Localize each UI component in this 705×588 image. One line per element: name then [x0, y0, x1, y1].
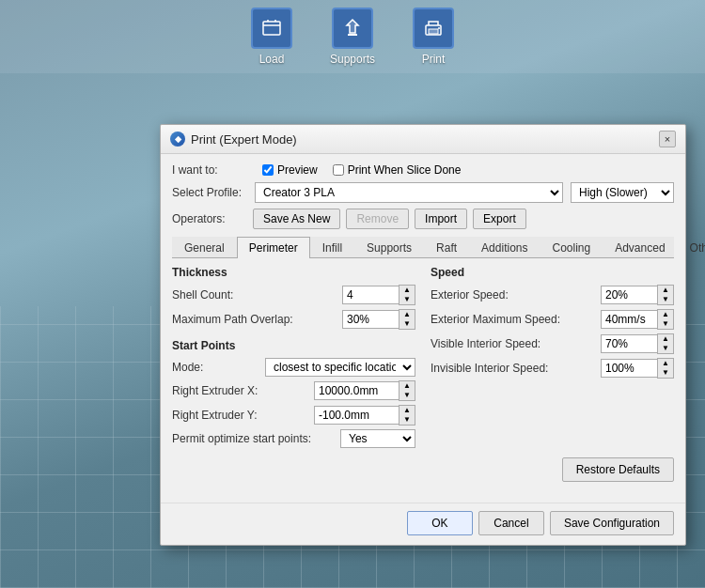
- exterior-max-speed-btns: ▲ ▼: [657, 309, 674, 330]
- quality-select[interactable]: High (Slower): [571, 182, 674, 203]
- max-path-overlap-spinner: ▲ ▼: [342, 309, 415, 330]
- close-button[interactable]: ×: [659, 131, 676, 147]
- visible-interior-input[interactable]: [601, 334, 657, 353]
- tab-supports[interactable]: Supports: [354, 237, 424, 258]
- es-down[interactable]: ▼: [658, 295, 673, 304]
- mode-label: Mode:: [172, 361, 261, 374]
- shell-count-input[interactable]: [342, 286, 399, 304]
- toolbar-load[interactable]: Load: [251, 8, 292, 66]
- shell-count-down[interactable]: ▼: [400, 295, 415, 304]
- save-configuration-button[interactable]: Save Configuration: [550, 511, 674, 535]
- rx-down[interactable]: ▼: [400, 391, 415, 400]
- import-button[interactable]: Import: [415, 209, 467, 229]
- dialog-footer: OK Cancel Save Configuration: [161, 503, 685, 545]
- ok-button[interactable]: OK: [407, 511, 473, 535]
- invisible-interior-row: Invisible Interior Speed: ▲ ▼: [431, 358, 674, 379]
- profile-label: Select Profile:: [172, 186, 247, 199]
- print-when-done-checkbox[interactable]: [333, 164, 344, 176]
- right-extruder-x-row: Right Extruder X: ▲ ▼: [172, 380, 415, 401]
- visible-interior-label: Visible Interior Speed:: [431, 337, 597, 350]
- invisible-interior-input[interactable]: [601, 359, 657, 378]
- tab-general[interactable]: General: [172, 237, 237, 258]
- right-extruder-y-input[interactable]: [314, 406, 399, 425]
- toolbar-print[interactable]: Print: [413, 8, 454, 66]
- permit-optimize-label: Permit optimize start points:: [172, 432, 337, 445]
- remove-button[interactable]: Remove: [346, 209, 409, 229]
- save-as-new-button[interactable]: Save As New: [253, 209, 340, 229]
- shell-count-spinner-btns: ▲ ▼: [399, 285, 415, 305]
- mode-row: Mode: closest to specific location: [172, 358, 415, 377]
- print-icon: [413, 8, 454, 49]
- shell-count-up[interactable]: ▲: [400, 286, 415, 295]
- max-path-down[interactable]: ▼: [400, 319, 415, 329]
- tabs-row: General Perimeter Infill Supports Raft A…: [172, 237, 674, 258]
- export-button[interactable]: Export: [473, 209, 526, 229]
- svg-rect-0: [263, 22, 280, 35]
- iwantto-label: I want to:: [172, 163, 247, 177]
- exterior-max-speed-spinner: ▲ ▼: [601, 309, 674, 330]
- dialog-icon: ◆: [170, 132, 185, 147]
- restore-defaults-button[interactable]: Restore Defaults: [562, 457, 674, 482]
- tab-cooling[interactable]: Cooling: [540, 237, 603, 258]
- visible-interior-spinner: ▲ ▼: [601, 333, 674, 354]
- invisible-interior-btns: ▲ ▼: [657, 358, 674, 379]
- mode-select[interactable]: closest to specific location: [265, 358, 415, 377]
- right-extruder-y-row: Right Extruder Y: ▲ ▼: [172, 405, 415, 426]
- exterior-speed-input[interactable]: [601, 286, 657, 304]
- tab-raft[interactable]: Raft: [424, 237, 469, 258]
- tab-perimeter[interactable]: Perimeter: [237, 237, 310, 258]
- profile-select[interactable]: Creator 3 PLA: [255, 182, 563, 203]
- tab-infill[interactable]: Infill: [310, 237, 354, 258]
- ry-down[interactable]: ▼: [400, 415, 415, 425]
- print-when-done-group: Print When Slice Done: [333, 163, 462, 177]
- toolbar: Load Supports Print: [0, 0, 705, 73]
- dialog-title: Print (Expert Mode): [191, 132, 297, 147]
- ems-up[interactable]: ▲: [658, 310, 673, 319]
- supports-label: Supports: [330, 53, 375, 66]
- visible-interior-row: Visible Interior Speed: ▲ ▼: [431, 333, 674, 354]
- load-label: Load: [259, 53, 285, 66]
- preview-checkbox[interactable]: [262, 164, 274, 176]
- load-icon: [251, 8, 292, 49]
- exterior-max-speed-row: Exterior Maximum Speed: ▲ ▼: [431, 309, 674, 330]
- ii-down[interactable]: ▼: [658, 368, 673, 378]
- vi-up[interactable]: ▲: [658, 334, 673, 344]
- es-up[interactable]: ▲: [658, 286, 673, 295]
- tab-advanced[interactable]: Advanced: [603, 237, 677, 258]
- print-when-done-label: Print When Slice Done: [348, 163, 462, 177]
- ems-down[interactable]: ▼: [658, 319, 673, 329]
- cancel-button[interactable]: Cancel: [478, 511, 544, 535]
- speed-title: Speed: [431, 266, 674, 279]
- tab-others[interactable]: Others: [678, 237, 705, 258]
- rx-up[interactable]: ▲: [400, 381, 415, 391]
- print-dialog: ◆ Print (Expert Mode) × I want to: Previ…: [160, 124, 686, 546]
- start-points-title: Start Points: [172, 339, 415, 352]
- vi-down[interactable]: ▼: [658, 344, 673, 353]
- max-path-overlap-input[interactable]: [342, 310, 399, 329]
- exterior-speed-row: Exterior Speed: ▲ ▼: [431, 285, 674, 305]
- operators-row: Operators: Save As New Remove Import Exp…: [172, 209, 674, 229]
- right-extruder-x-btns: ▲ ▼: [399, 380, 415, 401]
- exterior-speed-spinner: ▲ ▼: [601, 285, 674, 305]
- right-column: Speed Exterior Speed: ▲ ▼ Exterior Maxim…: [431, 266, 674, 454]
- invisible-interior-label: Invisible Interior Speed:: [431, 362, 597, 375]
- left-column: Thickness Shell Count: ▲ ▼ Maximum Path …: [172, 266, 415, 454]
- max-path-up[interactable]: ▲: [400, 310, 415, 319]
- dialog-titlebar: ◆ Print (Expert Mode) ×: [161, 125, 685, 154]
- tab-additions[interactable]: Additions: [469, 237, 540, 258]
- max-path-overlap-spinner-btns: ▲ ▼: [399, 309, 415, 330]
- permit-optimize-select[interactable]: Yes: [340, 429, 415, 448]
- ry-up[interactable]: ▲: [400, 406, 415, 415]
- profile-row: Select Profile: Creator 3 PLA High (Slow…: [172, 182, 674, 203]
- exterior-max-speed-input[interactable]: [601, 310, 657, 329]
- print-label: Print: [422, 53, 446, 66]
- shell-count-row: Shell Count: ▲ ▼: [172, 285, 415, 305]
- supports-icon: [332, 8, 373, 49]
- preview-label: Preview: [277, 163, 318, 177]
- toolbar-supports[interactable]: Supports: [330, 8, 375, 66]
- shell-count-spinner: ▲ ▼: [342, 285, 415, 305]
- right-extruder-x-input[interactable]: [314, 381, 399, 400]
- restore-row: Restore Defaults: [172, 454, 674, 486]
- ii-up[interactable]: ▲: [658, 359, 673, 368]
- right-extruder-x-spinner: ▲ ▼: [314, 380, 415, 401]
